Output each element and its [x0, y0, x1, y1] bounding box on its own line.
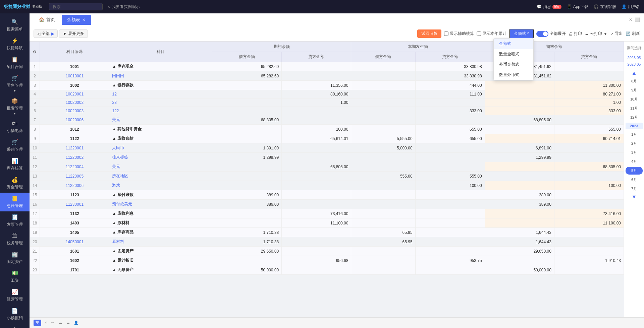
month-2[interactable]: 2月: [626, 140, 643, 147]
export-btn[interactable]: ↗ 导出: [610, 31, 623, 37]
cell-code[interactable]: 11220001: [40, 143, 109, 153]
cell-code[interactable]: 11220002: [40, 153, 109, 162]
sidebar-item-reports[interactable]: 📄 小畅报销: [0, 305, 30, 324]
mode-option-foreign-amount[interactable]: 外币金额式: [494, 59, 533, 70]
cell-name[interactable]: ▲ 应收利息: [109, 209, 212, 218]
mode-option-qty-amount[interactable]: 数量金额式: [494, 49, 533, 59]
close-window-btn[interactable]: ✕: [629, 17, 632, 22]
cell-name[interactable]: ▲ 银行存款: [109, 81, 212, 90]
cell-period-debit: [351, 256, 415, 265]
sidebar-item-retail[interactable]: 🛒 零售管理 ▼: [0, 72, 30, 95]
cell-name[interactable]: ▲ 库存商品: [109, 228, 212, 237]
month-5[interactable]: 5月: [626, 167, 643, 175]
month-7[interactable]: 7月: [626, 185, 643, 193]
sidebar-item-ledger[interactable]: 📒 总账管理: [0, 193, 30, 211]
cell-name[interactable]: ▲ 库存现金: [109, 62, 212, 71]
sidebar-item-tax[interactable]: 🏛 税务管理: [0, 230, 30, 249]
table-row: 20 14050001 原材料 1,710.38 65.95 1,644.43: [30, 237, 624, 247]
show-year-total-checkbox[interactable]: 显示本年累计: [477, 31, 506, 37]
return-old-btn[interactable]: 返回旧版: [417, 29, 441, 38]
bottom-icon-cloud2[interactable]: ☁: [66, 321, 70, 325]
table-row: 11 11220002 往来标签 1,299.99 1,299.99: [30, 153, 624, 162]
bottom-icon-2[interactable]: ✏: [51, 321, 54, 325]
toggle-expand[interactable]: 全部展开: [536, 31, 566, 37]
cell-name: 游戏: [109, 181, 212, 190]
sidebar-item-purchase[interactable]: 🛒 采购管理: [0, 136, 30, 155]
user-avatar[interactable]: 👤 用户名: [622, 4, 640, 10]
cell-code[interactable]: 10020003: [40, 107, 109, 115]
cell-period-credit: 33,830.98: [415, 71, 485, 81]
app-download-btn[interactable]: 📱 App下载: [567, 4, 588, 10]
sidebar-item-basic[interactable]: ℹ 基础信息: [0, 324, 30, 328]
show-assist-checkbox[interactable]: 显示辅助核算: [444, 31, 474, 37]
cell-name[interactable]: ▲ 原材料: [109, 218, 212, 228]
bottom-icon-cloud1[interactable]: ☁: [58, 321, 62, 325]
sidebar-item-operations[interactable]: 📈 经营管理: [0, 286, 30, 305]
month-12[interactable]: 12月: [626, 114, 643, 121]
cell-name[interactable]: ▲ 其他货币资金: [109, 125, 212, 134]
toggle-switch-btn[interactable]: [536, 31, 548, 37]
settings-icon[interactable]: ⚙: [33, 50, 37, 54]
sidebar-item-inventory[interactable]: 📊 库存核算: [0, 155, 30, 174]
tab-balance[interactable]: 余额表 ✕: [62, 15, 91, 25]
message-btn[interactable]: 💬 消息 99+: [537, 4, 561, 10]
cloud-print-btn[interactable]: ☁ 云打印 ▼: [585, 31, 607, 37]
cell-code[interactable]: 11220005: [40, 172, 109, 181]
cell-code[interactable]: 10020001: [40, 90, 109, 99]
cell-code[interactable]: 14050001: [40, 237, 109, 247]
mode-btn[interactable]: 金额式 ^: [509, 29, 534, 39]
month-4[interactable]: 4月: [626, 158, 643, 166]
cell-name[interactable]: ▲ 预付账款: [109, 190, 212, 200]
cell-name[interactable]: ▲ 固定资产: [109, 247, 212, 256]
mode-option-amount[interactable]: 金额式: [494, 39, 533, 49]
refresh-btn[interactable]: 🔄 刷新: [626, 31, 640, 37]
period-nav-up[interactable]: ▲: [626, 70, 643, 76]
maximize-btn[interactable]: ⬜: [635, 17, 640, 22]
lang-switch[interactable]: 英: [34, 320, 41, 326]
mode-option-qty-foreign[interactable]: 数量外币式: [494, 70, 533, 80]
cell-code[interactable]: 10020002: [40, 99, 109, 107]
bottom-icon-user[interactable]: 👤: [74, 321, 78, 325]
tab-close-btn[interactable]: ✕: [82, 17, 86, 22]
cell-name[interactable]: ▲ 累计折旧: [109, 256, 212, 265]
breadcrumb-all[interactable]: ◁ 全部 ▶: [34, 29, 58, 38]
search-input[interactable]: [49, 3, 103, 10]
sidebar-item-funds[interactable]: 💰 资金管理: [0, 174, 30, 193]
sidebar-item-payroll[interactable]: 💵 工资: [0, 267, 30, 286]
sidebar-item-ecommerce[interactable]: 🛍 小畅电商: [0, 118, 30, 136]
sidebar-item-invoice[interactable]: 🧾 发票管理: [0, 211, 30, 230]
cell-code: 1001: [40, 62, 109, 71]
tab-home[interactable]: 🏠 首页: [34, 15, 60, 25]
cell-code[interactable]: 10020006: [40, 115, 109, 125]
col-settings[interactable]: ⚙: [30, 42, 40, 62]
print-btn[interactable]: 🖨 打印: [569, 31, 582, 37]
month-6[interactable]: 6月: [626, 176, 643, 184]
expand-more-btn[interactable]: ▼ 展开更多: [59, 29, 88, 38]
online-service-btn[interactable]: 🎧 在线客服: [594, 4, 616, 10]
cell-period-debit: [351, 62, 415, 71]
cell-code[interactable]: 11230001: [40, 200, 109, 209]
cell-open-debit: 389.00: [212, 200, 282, 209]
cell-code[interactable]: 11220006: [40, 181, 109, 190]
cell-period-debit: [351, 153, 415, 162]
month-9[interactable]: 9月: [626, 86, 643, 94]
month-1[interactable]: 1月: [626, 131, 643, 138]
month-3[interactable]: 3月: [626, 149, 643, 156]
month-8[interactable]: 8月: [626, 77, 643, 85]
sidebar-item-assets[interactable]: 🏢 固定资产: [0, 249, 30, 267]
sidebar-item-search[interactable]: 🔍 搜索菜单: [0, 16, 30, 35]
cell-name[interactable]: ▲ 无形资产: [109, 265, 212, 275]
sidebar-item-wholesale[interactable]: 📦 批发管理 ▼: [0, 95, 30, 118]
demo-link[interactable]: ○ 我要看实例演示: [108, 4, 140, 10]
sidebar-item-project[interactable]: 📋 项目合同: [0, 54, 30, 72]
cell-code[interactable]: 11220004: [40, 162, 109, 172]
period-nav-down[interactable]: ▼: [626, 194, 643, 200]
month-11[interactable]: 11月: [626, 105, 643, 112]
cell-name[interactable]: ▲ 应收账款: [109, 134, 212, 143]
sidebar-item-quicknav[interactable]: ⚡ 快捷导航: [0, 35, 30, 54]
bottom-icon-1[interactable]: 9: [45, 321, 47, 325]
month-10[interactable]: 10月: [626, 95, 643, 103]
cell-code[interactable]: 10010001: [40, 71, 109, 81]
cell-close-credit: [554, 200, 624, 209]
table-row: 14 11220006 游戏 100.00 100.00: [30, 181, 624, 190]
